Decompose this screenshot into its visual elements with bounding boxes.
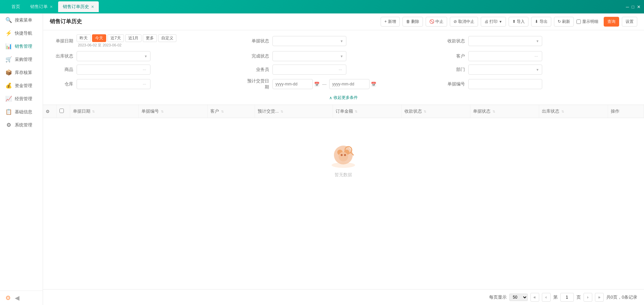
close-window-icon[interactable]: ✕ (637, 4, 641, 9)
page-title: 销售订单历史 (50, 18, 378, 25)
col-bill-no-label: 单据编号 (141, 109, 159, 114)
page-number-input[interactable] (560, 293, 574, 302)
sidebar-item-sales[interactable]: 📊 销售管理 (0, 40, 43, 53)
maximize-icon[interactable]: □ (632, 4, 634, 9)
bill-no-input[interactable] (471, 81, 539, 86)
date-today[interactable]: 今天 (92, 34, 106, 42)
tab-sales-order-history[interactable]: 销售订单历史 ✕ (58, 1, 99, 12)
table-settings-header[interactable]: ⚙ (43, 105, 56, 118)
col-out-status[interactable]: 出库状态 ⇅ (539, 105, 608, 118)
new-button[interactable]: + 新增 (381, 17, 399, 27)
first-page-button[interactable]: « (530, 293, 539, 302)
sort-date-icon[interactable]: ⇅ (92, 110, 95, 113)
bill-no-label: 单据编号 (441, 81, 468, 87)
filter-row-2: 出库状态 ▼ 完成状态 ▼ 客户 (50, 51, 637, 61)
col-expected-date[interactable]: 预计交货... ⇅ (255, 105, 333, 118)
query-button[interactable]: 查询 (604, 17, 619, 27)
date-1month[interactable]: 近1月 (125, 34, 142, 42)
sidebar-item-operations[interactable]: 📈 经营管理 (0, 92, 43, 105)
sidebar-item-inventory[interactable]: 📦 库存核算 (0, 66, 43, 79)
close-history-icon[interactable]: ✕ (91, 5, 94, 9)
close-sales-order-icon[interactable]: ✕ (50, 5, 53, 9)
warehouse-ellipsis-icon[interactable]: ··· (141, 82, 147, 86)
out-status-label: 出库状态 (50, 53, 77, 59)
complete-status-label: 完成状态 (246, 53, 272, 59)
filter-row-3: 商品 ··· 业务员 ··· 部门 (50, 65, 637, 75)
settings-button[interactable]: 设置 (622, 17, 637, 27)
sort-amount-icon[interactable]: ⇅ (355, 110, 357, 113)
select-all-checkbox[interactable] (59, 109, 64, 113)
sort-collection-status-icon[interactable]: ⇅ (424, 110, 426, 113)
next-page-button[interactable]: › (584, 293, 592, 302)
col-bill-status-label: 单据状态 (473, 109, 490, 114)
calendar-to-icon[interactable]: 📅 (371, 82, 376, 87)
complete-status-select[interactable]: ▼ (272, 51, 346, 61)
col-amount[interactable]: 订单金额 ⇅ (333, 105, 401, 118)
sort-bill-status-icon[interactable]: ⇅ (492, 110, 495, 113)
sidebar-bottom: ⚙ ◀ (0, 291, 43, 305)
customer-ellipsis-icon[interactable]: ··· (533, 54, 539, 59)
collection-status-select[interactable]: ▼ (468, 36, 542, 46)
page-header: 销售订单历史 + 新增 🗑 删除 🚫 中止 ⊘ 取消中止 🖨 打印 ▼ ⬆ 导入… (43, 13, 644, 30)
sidebar-item-search[interactable]: 🔍 搜索菜单 (0, 13, 43, 27)
print-dropdown-icon[interactable]: ▼ (499, 20, 502, 24)
col-date[interactable]: 单据日期 ⇅ (70, 105, 139, 118)
sidebar-label-system: 系统管理 (15, 122, 32, 128)
cancel-stop-button[interactable]: ⊘ 取消中止 (450, 17, 478, 27)
col-customer[interactable]: 客户 ⇅ (208, 105, 255, 118)
settings-bottom-icon[interactable]: ⚙ (5, 294, 11, 302)
sort-expected-date-icon[interactable]: ⇅ (281, 110, 283, 113)
prev-page-button[interactable]: ‹ (542, 293, 551, 302)
tab-home[interactable]: 首页 (7, 1, 25, 12)
sidebar-item-purchase[interactable]: 🛒 采购管理 (0, 53, 43, 66)
minimize-icon[interactable]: ─ (626, 4, 629, 9)
table-check-header[interactable] (56, 105, 70, 118)
sidebar-item-quick-nav[interactable]: ⚡ 快捷导航 (0, 27, 43, 40)
out-status-select[interactable]: ▼ (77, 51, 151, 61)
col-collection-status[interactable]: 收款状态 ⇅ (401, 105, 470, 118)
tab-sales-order[interactable]: 销售订单 ✕ (26, 1, 57, 12)
sidebar-item-finance[interactable]: 💰 资金管理 (0, 79, 43, 92)
date-separator: — (321, 82, 328, 87)
export-button[interactable]: ⬇ 导出 (531, 17, 551, 27)
col-bill-no[interactable]: 单据编号 ⇅ (139, 105, 208, 118)
expected-date-to[interactable] (329, 79, 370, 89)
last-page-button[interactable]: » (595, 293, 604, 302)
product-ellipsis-icon[interactable]: ··· (141, 67, 147, 72)
print-button[interactable]: 🖨 打印 ▼ (481, 17, 506, 27)
complete-status-arrow-icon: ▼ (340, 54, 343, 58)
calendar-from-icon[interactable]: 📅 (314, 82, 319, 87)
warehouse-label: 仓库 (50, 81, 77, 87)
sort-out-status-icon[interactable]: ⇅ (561, 110, 564, 113)
stop-button[interactable]: 🚫 中止 (426, 17, 447, 27)
sidebar-label-finance: 资金管理 (15, 83, 32, 89)
expected-date-from[interactable] (272, 79, 313, 89)
date-yesterday[interactable]: 昨天 (77, 34, 91, 42)
date-7days[interactable]: 近7天 (108, 34, 124, 42)
dept-select[interactable]: ▼ (468, 65, 542, 75)
import-button[interactable]: ⬆ 导入 (509, 17, 528, 27)
collection-status-arrow-icon: ▼ (536, 39, 539, 43)
col-bill-status[interactable]: 单据状态 ⇅ (470, 105, 539, 118)
date-quick-buttons: 昨天 今天 近7天 近1月 更多 自定义 (77, 34, 176, 42)
page-size-select[interactable]: 20 50 100 200 (509, 294, 528, 301)
sidebar-item-system[interactable]: ⚙ 系统管理 (0, 118, 43, 131)
display-detail-checkbox[interactable] (576, 20, 581, 24)
collapse-sidebar-icon[interactable]: ◀ (15, 294, 19, 302)
filter-area: 单据日期 昨天 今天 近7天 近1月 更多 自定义 2023-06-02 至 2… (43, 30, 644, 105)
date-custom[interactable]: 自定义 (158, 34, 176, 42)
bill-status-select[interactable]: ▼ (272, 36, 346, 46)
delete-button[interactable]: 🗑 删除 (402, 17, 423, 27)
refresh-button[interactable]: ↻ 刷新 (554, 17, 574, 27)
sort-bill-no-icon[interactable]: ⇅ (161, 110, 164, 113)
col-operation-label: 操作 (611, 109, 619, 114)
collapse-filter-row[interactable]: ∧ 收起更多条件 (50, 93, 637, 101)
sort-customer-icon[interactable]: ⇅ (221, 110, 224, 113)
collapse-text: 收起更多条件 (334, 95, 358, 101)
sidebar-item-basic-info[interactable]: 📋 基础信息 (0, 105, 43, 118)
date-more[interactable]: 更多 (143, 34, 157, 42)
col-amount-label: 订单金额 (336, 109, 353, 114)
sidebar-label-quick-nav: 快捷导航 (15, 30, 32, 36)
display-detail-label[interactable]: 显示明细 (576, 19, 598, 25)
salesperson-ellipsis-icon[interactable]: ··· (337, 67, 343, 72)
